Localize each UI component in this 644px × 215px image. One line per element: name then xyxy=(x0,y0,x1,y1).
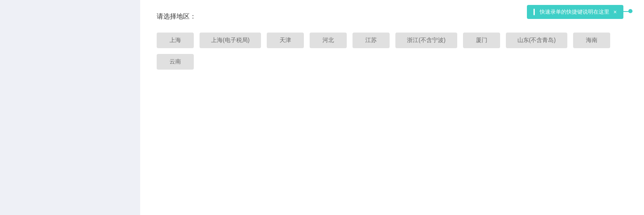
region-button-2[interactable]: 天津 xyxy=(267,33,304,48)
region-button-0[interactable]: 上海 xyxy=(157,33,194,48)
sidebar xyxy=(0,0,140,215)
main-content: 请选择地区： 上海上海(电子税局)天津河北江苏浙江(不含宁波)厦门山东(不含青岛… xyxy=(140,0,644,215)
region-button-4[interactable]: 江苏 xyxy=(353,33,390,48)
tooltip-close-button[interactable]: × xyxy=(613,9,617,15)
region-button-1[interactable]: 上海(电子税局) xyxy=(200,33,261,48)
region-button-9[interactable]: 云南 xyxy=(157,54,194,70)
region-button-7[interactable]: 山东(不含青岛) xyxy=(506,33,567,48)
tooltip-dot xyxy=(628,9,632,13)
tooltip-banner: 快速录单的快捷键说明在这里 × xyxy=(527,5,623,19)
tooltip-text: 快速录单的快捷键说明在这里 xyxy=(540,8,609,16)
region-button-5[interactable]: 浙江(不含宁波) xyxy=(395,33,457,48)
region-button-8[interactable]: 海南 xyxy=(573,33,610,48)
region-grid: 上海上海(电子税局)天津河北江苏浙江(不含宁波)厦门山东(不含青岛)海南云南 xyxy=(157,33,628,70)
region-button-6[interactable]: 厦门 xyxy=(463,33,500,48)
region-button-3[interactable]: 河北 xyxy=(310,33,347,48)
